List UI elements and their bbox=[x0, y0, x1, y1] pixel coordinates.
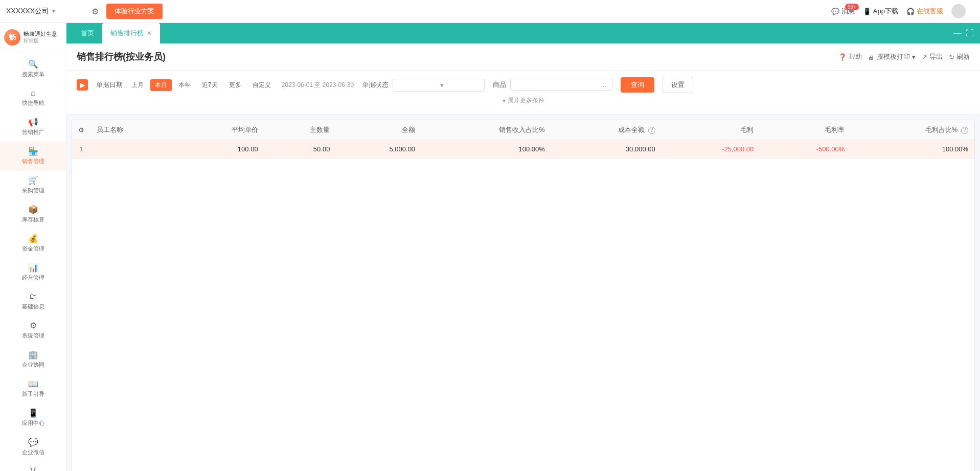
table-container: ⚙ 员工名称 平均单价 主数量 全额 销售收入占比% 成本全额 ? 毛利 bbox=[72, 120, 975, 471]
column-settings-icon[interactable]: ⚙ bbox=[78, 126, 84, 134]
cell-cost: 30,000.00 bbox=[551, 140, 662, 159]
tab-sales-rank[interactable]: 销售排行榜 ✕ bbox=[102, 23, 160, 43]
export-button[interactable]: ↗ 导出 bbox=[922, 52, 943, 61]
filter-row-main: ▶ 单据日期 上月 本月 本年 近7天 更多 自定义 2023-06-01 至 … bbox=[77, 77, 970, 93]
tab-close-icon[interactable]: ✕ bbox=[147, 30, 152, 37]
sidebar: 畅 畅康通好生意 标准版 🔍 搜索菜单 ⌂ 快捷导航 📢 营销推广 🏪 销售管理 bbox=[0, 23, 66, 471]
col-settings[interactable]: ⚙ bbox=[72, 120, 90, 140]
sidebar-label-marketing: 营销推广 bbox=[22, 128, 44, 136]
cost-info-icon[interactable]: ? bbox=[648, 127, 655, 134]
message-icon: 💬 bbox=[831, 8, 839, 15]
settings-gear-button[interactable]: ⚙ bbox=[88, 4, 102, 18]
cell-name bbox=[90, 140, 177, 159]
trial-button[interactable]: 体验行业方案 bbox=[106, 4, 163, 19]
building-icon: 🏢 bbox=[28, 350, 38, 360]
help-button[interactable]: ❓ 帮助 bbox=[838, 52, 862, 61]
sidebar-label-search: 搜索菜单 bbox=[22, 71, 44, 78]
book-icon: 📖 bbox=[28, 379, 38, 389]
megaphone-icon: 📢 bbox=[28, 117, 38, 127]
table-row: 1 100.00 50.00 5,000.00 100.00% 30,000.0… bbox=[72, 140, 974, 159]
money-icon: 💰 bbox=[28, 234, 38, 243]
sidebar-item-system[interactable]: ⚙ 系统管理 bbox=[0, 316, 66, 345]
date-label: 单据日期 bbox=[96, 80, 123, 89]
sidebar-item-wechat[interactable]: 💬 企业微信 bbox=[0, 432, 66, 461]
col-gross-pct: 毛利占比% ? bbox=[851, 120, 974, 140]
col-qty: 主数量 bbox=[264, 120, 336, 140]
message-button[interactable]: 💬 消息 99+ bbox=[831, 7, 855, 16]
sidebar-item-apps[interactable]: 📱 应用中心 bbox=[0, 403, 66, 432]
sidebar-item-member[interactable]: V 畅会员 bbox=[0, 461, 66, 471]
mobile-icon: 📱 bbox=[28, 408, 38, 418]
company-name: XXXXXX公司 bbox=[6, 7, 49, 16]
filter-toggle-button[interactable]: ▶ bbox=[77, 79, 88, 91]
sidebar-item-shortcut[interactable]: ⌂ 快捷导航 bbox=[0, 83, 66, 112]
online-service-button[interactable]: 🎧 在线客服 bbox=[906, 7, 943, 16]
top-bar: XXXXXX公司 ▾ ⚙ 体验行业方案 💬 消息 99+ 📱 App下载 🎧 在… bbox=[0, 0, 980, 23]
sidebar-item-inventory[interactable]: 📦 库存核算 bbox=[0, 199, 66, 229]
print-button[interactable]: 🖨 按模板打印 ▾ bbox=[868, 52, 916, 61]
refresh-icon: ↻ bbox=[949, 53, 954, 61]
sidebar-nav: 🔍 搜索菜单 ⌂ 快捷导航 📢 营销推广 🏪 销售管理 🛒 采购管理 📦 bbox=[0, 52, 66, 471]
sidebar-item-search[interactable]: 🔍 搜索菜单 bbox=[0, 54, 66, 83]
sidebar-label-guide: 新手引导 bbox=[22, 390, 44, 398]
tab-home[interactable]: 首页 bbox=[73, 23, 102, 43]
table-settings-button[interactable]: 设置 bbox=[663, 77, 693, 93]
tab-bar-right: — ⛶ bbox=[953, 29, 974, 38]
goods-picker-icon[interactable]: ... bbox=[603, 81, 608, 88]
data-table: ⚙ 员工名称 平均单价 主数量 全额 销售收入占比% 成本全额 ? 毛利 bbox=[72, 120, 974, 159]
header-row: ⚙ 员工名称 平均单价 主数量 全额 销售收入占比% 成本全额 ? 毛利 bbox=[72, 120, 974, 140]
cell-rank: 1 bbox=[72, 140, 90, 159]
chevron-down-icon: ▾ bbox=[52, 8, 55, 15]
filter-area: ▶ 单据日期 上月 本月 本年 近7天 更多 自定义 2023-06-01 至 … bbox=[66, 71, 980, 115]
date-tab-current-month[interactable]: 本月 bbox=[150, 79, 172, 91]
sidebar-item-operation[interactable]: 📊 经营管理 bbox=[0, 258, 66, 287]
tab-sales-rank-label: 销售排行榜 bbox=[110, 29, 144, 38]
goods-input[interactable]: ... bbox=[510, 79, 612, 91]
sidebar-item-guide[interactable]: 📖 新手引导 bbox=[0, 374, 66, 403]
cell-amount: 5,000.00 bbox=[336, 140, 421, 159]
sidebar-item-sales[interactable]: 🏪 销售管理 bbox=[0, 141, 66, 170]
minimize-button[interactable]: — bbox=[953, 29, 962, 38]
date-tab-7days[interactable]: 近7天 bbox=[197, 79, 222, 91]
app-download-button[interactable]: 📱 App下载 bbox=[863, 7, 898, 16]
box-icon: 📦 bbox=[28, 205, 38, 214]
refresh-button[interactable]: ↻ 刷新 bbox=[949, 52, 970, 61]
sidebar-label-basic: 基础信息 bbox=[22, 303, 44, 310]
logo-line2: 标准版 bbox=[24, 37, 57, 44]
status-label: 单据状态 bbox=[362, 80, 389, 89]
date-filter: 单据日期 上月 本月 本年 近7天 更多 自定义 2023-06-01 至 20… bbox=[96, 79, 354, 91]
date-tab-custom[interactable]: 自定义 bbox=[248, 79, 276, 91]
avatar[interactable] bbox=[951, 4, 966, 18]
col-revenue-pct: 销售收入占比% bbox=[421, 120, 551, 140]
sidebar-label-finance: 资金管理 bbox=[22, 245, 44, 253]
page-content: 销售排行榜(按业务员) ❓ 帮助 🖨 按模板打印 ▾ ↗ 导出 bbox=[66, 43, 980, 471]
query-button[interactable]: 查询 bbox=[621, 77, 654, 93]
date-tab-last-month[interactable]: 上月 bbox=[127, 79, 148, 91]
date-tab-year[interactable]: 本年 bbox=[174, 79, 195, 91]
sidebar-item-basic[interactable]: 🗂 基础信息 bbox=[0, 287, 66, 316]
col-amount: 全额 bbox=[336, 120, 421, 140]
sidebar-item-enterprise[interactable]: 🏢 企业协同 bbox=[0, 345, 66, 374]
expand-button[interactable]: ⛶ bbox=[966, 29, 974, 38]
search-icon: 🔍 bbox=[28, 59, 38, 69]
sidebar-item-finance[interactable]: 💰 资金管理 bbox=[0, 229, 66, 258]
help-icon: ❓ bbox=[838, 53, 847, 61]
date-tabs: 上月 本月 本年 近7天 更多 自定义 bbox=[127, 79, 276, 91]
sidebar-item-marketing[interactable]: 📢 营销推广 bbox=[0, 112, 66, 141]
folder-icon: 🗂 bbox=[29, 292, 37, 301]
sidebar-label-shortcut: 快捷导航 bbox=[22, 99, 44, 107]
cell-gross: -25,000.00 bbox=[662, 140, 760, 159]
table-body: 1 100.00 50.00 5,000.00 100.00% 30,000.0… bbox=[72, 140, 974, 159]
status-select[interactable]: ▾ bbox=[393, 79, 485, 92]
sidebar-label-operation: 经营管理 bbox=[22, 274, 44, 282]
gross-pct-info-icon[interactable]: ? bbox=[961, 127, 968, 134]
cell-gross-pct: 100.00% bbox=[851, 140, 974, 159]
sidebar-item-purchase[interactable]: 🛒 采购管理 bbox=[0, 170, 66, 199]
logo-text-area: 畅康通好生意 标准版 bbox=[24, 30, 57, 44]
sidebar-label-system: 系统管理 bbox=[22, 332, 44, 340]
date-tab-more[interactable]: 更多 bbox=[224, 79, 246, 91]
expand-more-button[interactable]: ▾ 展开更多条件 bbox=[503, 96, 544, 105]
company-selector[interactable]: XXXXXX公司 ▾ bbox=[6, 7, 88, 16]
cell-gross-rate: -500.00% bbox=[760, 140, 851, 159]
sidebar-label-apps: 应用中心 bbox=[22, 419, 44, 427]
